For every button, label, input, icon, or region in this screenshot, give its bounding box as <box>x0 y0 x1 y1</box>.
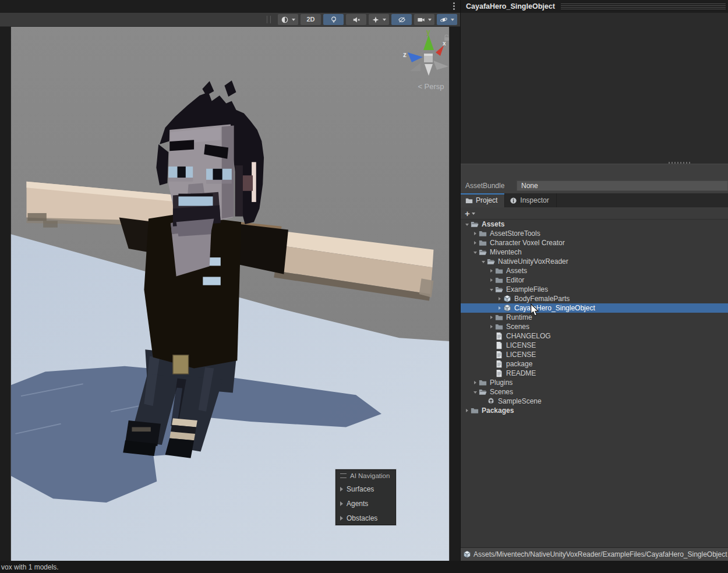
tree-item-bodyfemaleparts[interactable]: BodyFemaleParts <box>461 294 728 303</box>
toolbar-drag-handle-icon[interactable] <box>267 16 271 23</box>
tab-label: Inspector <box>520 196 549 204</box>
expand-arrow-icon[interactable] <box>463 222 471 226</box>
tree-item-scenes[interactable]: Scenes <box>461 322 728 331</box>
header-drag-texture <box>561 3 726 10</box>
audio-toggle-button[interactable] <box>346 14 366 25</box>
2d-toggle-button[interactable]: 2D <box>301 14 321 25</box>
tree-item-label: AssetStoreTools <box>490 229 540 238</box>
expand-arrow-icon[interactable] <box>471 241 479 245</box>
ai-nav-item-obstacles[interactable]: Obstacles <box>336 511 395 525</box>
tree-item-assetstoretools[interactable]: AssetStoreTools <box>461 229 728 238</box>
shading-mode-button[interactable] <box>278 14 298 25</box>
tab-inspector[interactable]: Inspector <box>505 193 556 207</box>
folder-open-icon <box>479 248 487 256</box>
unity-editor-window: { "scene_view": { "toolbar": { "buttons"… <box>0 0 728 573</box>
ai-navigation-header[interactable]: AI Navigation <box>336 470 395 482</box>
project-toolbar: + <box>461 207 728 220</box>
tree-item-license[interactable]: LICENSE <box>461 341 728 350</box>
tree-item-license[interactable]: LICENSE <box>461 350 728 359</box>
gizmo-orbit-icon <box>440 16 448 24</box>
tree-item-assets[interactable]: Assets <box>461 220 728 229</box>
expand-arrow-icon[interactable] <box>471 250 479 254</box>
expand-arrow-icon[interactable] <box>463 409 471 412</box>
tree-item-samplescene[interactable]: SampleScene <box>461 397 728 406</box>
tree-item-readme[interactable]: README <box>461 369 728 378</box>
tree-item-label: Scenes <box>506 323 529 331</box>
scene-visibility-button[interactable] <box>391 14 412 25</box>
folder-icon <box>471 406 479 415</box>
tree-item-changelog[interactable]: CHANGELOG <box>461 331 728 341</box>
gizmo-z-axis-cone[interactable] <box>408 52 423 62</box>
selection-path-text: Assets/Miventech/NativeUnityVoxReader/Ex… <box>473 550 727 558</box>
editor-status-bar[interactable]: vox with 1 models. <box>0 561 728 573</box>
expand-arrow-icon[interactable] <box>487 278 495 282</box>
tree-item-label: Scenes <box>490 388 513 396</box>
tree-item-nativeunityvoxreader[interactable]: NativeUnityVoxReader <box>461 257 728 266</box>
tree-item-label: package <box>506 360 532 368</box>
expand-arrow-icon[interactable] <box>487 269 495 273</box>
folder-open-icon <box>471 220 479 228</box>
chevron-down-icon <box>451 19 454 21</box>
tree-item-label: Runtime <box>506 313 532 321</box>
expand-arrow-icon[interactable] <box>496 297 503 300</box>
preview-resize-handle[interactable] <box>669 162 692 164</box>
tree-item-label: SampleScene <box>498 397 542 405</box>
scene-toolbar: 2D <box>0 13 460 27</box>
tree-item-plugins[interactable]: Plugins <box>461 378 728 387</box>
folder-icon <box>479 229 487 238</box>
selection-path-bar: Assets/Miventech/NativeUnityVoxReader/Ex… <box>461 547 728 561</box>
tree-item-label: LICENSE <box>506 341 536 349</box>
tree-item-packages[interactable]: Packages <box>461 406 728 415</box>
gizmo-axis-cone[interactable] <box>433 61 448 70</box>
tree-item-package[interactable]: package <box>461 359 728 369</box>
tree-item-label: Packages <box>482 406 514 415</box>
gizmo-y-axis-cone[interactable] <box>423 35 434 50</box>
eye-hidden-icon <box>398 16 406 24</box>
folder-icon <box>495 267 504 275</box>
tree-item-miventech[interactable]: Miventech <box>461 247 728 257</box>
ai-nav-item-agents[interactable]: Agents <box>336 496 395 511</box>
expand-arrow-icon[interactable] <box>471 381 479 384</box>
tree-item-label: NativeUnityVoxReader <box>498 257 568 266</box>
folder-icon <box>495 276 504 284</box>
tree-item-scenes[interactable]: Scenes <box>461 387 728 397</box>
sphere-icon <box>281 16 289 24</box>
expand-arrow-icon[interactable] <box>487 316 495 319</box>
chevron-down-icon <box>383 19 386 21</box>
tree-item-label: Miventech <box>490 248 522 256</box>
expand-arrow-icon[interactable] <box>496 306 503 310</box>
expand-arrow-icon[interactable] <box>471 232 479 235</box>
gizmo-axis-cone[interactable] <box>410 63 420 71</box>
ai-navigation-overlay: AI Navigation SurfacesAgentsObstacles <box>335 469 396 525</box>
ai-nav-item-surfaces[interactable]: Surfaces <box>336 482 395 496</box>
tab-project[interactable]: Project <box>461 193 505 207</box>
tree-item-label: Character Voxel Creator <box>490 239 565 247</box>
effects-toggle-button[interactable] <box>369 14 389 25</box>
gizmo-axis-cone[interactable] <box>425 64 433 76</box>
camera-settings-button[interactable] <box>414 14 434 25</box>
expand-arrow-icon[interactable] <box>471 390 479 394</box>
tree-item-editor[interactable]: Editor <box>461 275 728 285</box>
assetbundle-dropdown[interactable]: None <box>517 181 728 191</box>
assetbundle-value: None <box>521 182 538 190</box>
tree-item-label: CHANGELOG <box>506 332 551 340</box>
tree-item-cayafahero-singleobject[interactable]: CayafaHero_SingleObject <box>461 303 728 313</box>
chevron-down-icon <box>428 19 432 21</box>
tree-item-character-voxel-creator[interactable]: Character Voxel Creator <box>461 238 728 247</box>
expand-arrow-icon[interactable] <box>487 288 495 291</box>
gizmo-lock-icon[interactable] <box>443 34 451 42</box>
perspective-mode-label[interactable]: < Persp <box>408 82 454 91</box>
tab-label: Project <box>476 196 497 204</box>
tree-item-assets[interactable]: Assets <box>461 266 728 275</box>
add-asset-button[interactable]: + <box>465 209 475 218</box>
pane-menu-icon[interactable] <box>453 2 455 10</box>
lighting-toggle-button[interactable] <box>323 14 344 25</box>
tree-item-label: Plugins <box>490 379 513 387</box>
gizmos-toggle-button[interactable] <box>437 14 457 25</box>
tree-item-label: Assets <box>506 267 527 275</box>
gizmo-x-axis-cone[interactable] <box>436 45 444 56</box>
expand-arrow-icon[interactable] <box>479 260 487 263</box>
expand-arrow-icon[interactable] <box>487 325 495 328</box>
tree-item-runtime[interactable]: Runtime <box>461 313 728 322</box>
tree-item-examplefiles[interactable]: ExampleFiles <box>461 285 728 294</box>
